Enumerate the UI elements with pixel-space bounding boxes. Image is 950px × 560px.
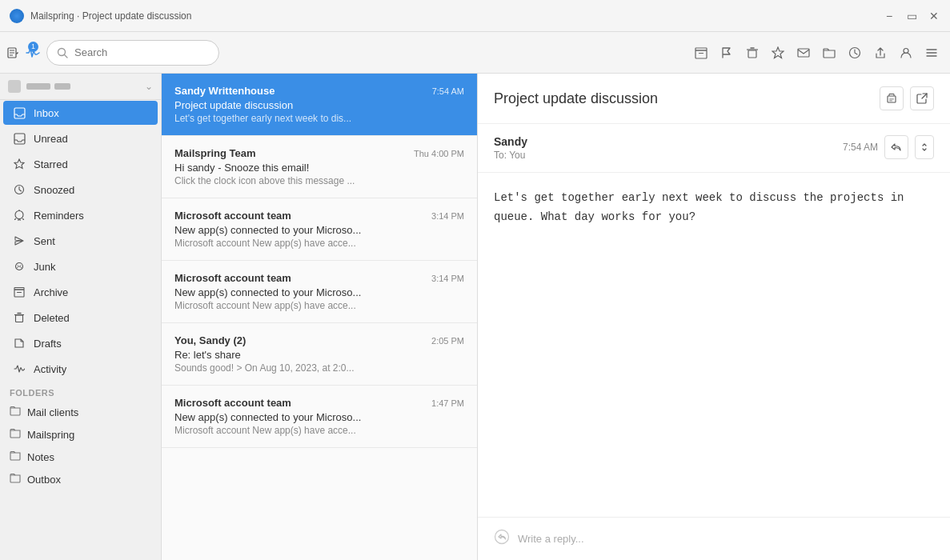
svg-marker-12 [772, 47, 784, 58]
activity-badge: 1 [28, 42, 38, 52]
email-subject-2: Hi sandy - Snooze this email! [174, 162, 464, 174]
folder-icon-4 [10, 473, 21, 486]
folder-toolbar-button[interactable] [817, 41, 841, 65]
svg-rect-24 [18, 220, 21, 222]
email-item-2[interactable]: Mailspring Team Thu 4:00 PM Hi sandy - S… [162, 136, 477, 198]
folder-item-notes[interactable]: Notes [0, 446, 161, 468]
share-toolbar-button[interactable] [868, 41, 892, 65]
reply-button[interactable] [884, 135, 908, 159]
email-sender-3: Microsoft account team [174, 210, 291, 222]
svg-point-26 [20, 265, 21, 266]
svg-line-5 [65, 54, 68, 58]
sent-label: Sent [34, 235, 55, 247]
email-meta-right: 7:54 AM [843, 135, 934, 159]
close-button[interactable]: ✕ [928, 10, 940, 22]
email-preview-6: Microsoft account New app(s) have acce..… [174, 425, 464, 436]
email-time-6: 1:47 PM [431, 398, 464, 408]
minimize-button[interactable]: − [883, 10, 896, 22]
sidebar-item-junk[interactable]: Junk [3, 254, 158, 278]
reply-area[interactable]: Write a reply... [478, 517, 950, 560]
sent-icon [13, 234, 26, 247]
sidebar-item-activity[interactable]: Activity [3, 357, 158, 381]
starred-label: Starred [34, 158, 68, 170]
junk-label: Junk [34, 261, 55, 273]
drafts-label: Drafts [34, 338, 62, 350]
email-item-6[interactable]: Microsoft account team 1:47 PM New app(s… [162, 386, 477, 448]
svg-rect-21 [14, 134, 25, 144]
drafts-icon [13, 337, 26, 350]
sidebar-item-starred[interactable]: Starred [3, 152, 158, 176]
maximize-button[interactable]: ▭ [905, 10, 918, 22]
account-chevron-icon[interactable]: ⌄ [145, 81, 153, 92]
email-item-5[interactable]: You, Sandy (2) 2:05 PM Re: let's share S… [162, 323, 477, 386]
email-view: Project update discussion Sandy To: You … [478, 74, 950, 560]
inbox-icon [13, 106, 26, 119]
star-toolbar-button[interactable] [766, 41, 790, 65]
junk-icon [13, 260, 26, 273]
email-body-text: Let's get together early next week to di… [494, 191, 904, 223]
menu-toolbar-button[interactable] [920, 41, 944, 65]
folder-item-mail-clients[interactable]: Mail clients [0, 401, 161, 423]
sidebar-item-sent[interactable]: Sent [3, 229, 158, 253]
activity-button[interactable]: 1 [26, 40, 40, 66]
sidebar-item-drafts[interactable]: Drafts [3, 331, 158, 355]
email-time-2: Thu 4:00 PM [414, 149, 464, 158]
email-item-3[interactable]: Microsoft account team 3:14 PM New app(s… [162, 198, 477, 261]
email-subject-1: Project update discussion [174, 99, 464, 111]
sidebar-item-reminders[interactable]: Reminders [3, 203, 158, 227]
star-nav-icon [13, 158, 26, 170]
folders-section-header: Folders [0, 382, 161, 401]
svg-rect-35 [889, 101, 892, 102]
email-sender-1: Sandy Writtenhouse [174, 85, 275, 97]
email-item-1[interactable]: Sandy Writtenhouse 7:54 AM Project updat… [162, 74, 477, 136]
email-sender-2: Mailspring Team [174, 147, 256, 159]
activity-label: Activity [34, 363, 66, 375]
clock-toolbar-button[interactable] [843, 41, 867, 65]
email-body: Let's get together early next week to di… [478, 173, 950, 517]
more-actions-button[interactable] [915, 135, 934, 159]
email-time-4: 3:14 PM [431, 274, 464, 283]
window-title: Mailspring · Project update discussion [30, 10, 883, 22]
trash-toolbar-button[interactable] [740, 41, 764, 65]
sidebar-item-snoozed[interactable]: Snoozed [3, 178, 158, 202]
account-avatar [8, 80, 70, 93]
email-sender-4: Microsoft account team [174, 272, 291, 284]
main-area: ⌄ Inbox Unread Starred Snoozed [0, 74, 950, 560]
folder-item-outbox[interactable]: Outbox [0, 468, 161, 490]
app-icon [10, 9, 24, 23]
snoozed-label: Snoozed [34, 184, 74, 196]
popout-button[interactable] [910, 86, 934, 110]
print-button[interactable] [880, 86, 904, 110]
sidebar-item-unread[interactable]: Unread [3, 126, 158, 150]
email-received-time: 7:54 AM [843, 142, 878, 153]
folder-icon-2 [10, 428, 21, 441]
folder-label-mail-clients: Mail clients [27, 406, 78, 418]
email-subject-5: Re: let's share [174, 349, 464, 361]
email-time-1: 7:54 AM [432, 86, 464, 96]
email-view-title: Project update discussion [494, 90, 658, 107]
archive-toolbar-button[interactable] [689, 41, 713, 65]
reply-area-icon [494, 529, 510, 549]
svg-rect-13 [798, 49, 809, 57]
sidebar-item-deleted[interactable]: Deleted [3, 306, 158, 330]
flag-toolbar-button[interactable] [715, 41, 739, 65]
window-controls: − ▭ ✕ [883, 10, 940, 22]
email-item-4[interactable]: Microsoft account team 3:14 PM New app(s… [162, 261, 477, 323]
email-preview-2: Click the clock icon above this message … [174, 175, 464, 186]
folder-item-mailspring[interactable]: Mailspring [0, 423, 161, 446]
sidebar-item-archive[interactable]: Archive [3, 280, 158, 304]
reply-placeholder: Write a reply... [518, 533, 584, 545]
forward-toolbar-button[interactable] [792, 41, 816, 65]
toolbar-right [170, 41, 944, 65]
email-list: Sandy Writtenhouse 7:54 AM Project updat… [162, 74, 478, 560]
activity-nav-icon [13, 362, 26, 375]
unread-label: Unread [34, 133, 68, 145]
sidebar-item-inbox[interactable]: Inbox [3, 101, 158, 125]
compose-button[interactable] [6, 40, 19, 66]
archive-nav-icon [13, 286, 26, 298]
folder-icon-3 [10, 450, 21, 463]
person-toolbar-button[interactable] [894, 41, 918, 65]
svg-rect-28 [14, 288, 24, 290]
account-row[interactable]: ⌄ [0, 74, 161, 100]
reminders-icon [13, 209, 26, 222]
